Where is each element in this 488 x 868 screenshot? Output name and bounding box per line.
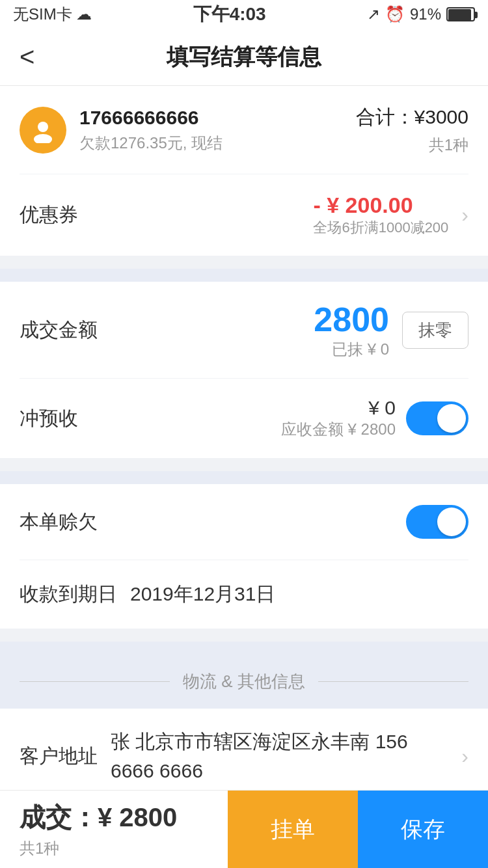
total-count: 共1种: [356, 135, 468, 156]
bottom-count: 共1种: [20, 838, 208, 859]
deal-label: 成交金额: [20, 317, 98, 344]
gray-separator: [0, 269, 488, 282]
advance-amount: ¥ 0: [281, 397, 396, 419]
advance-values: ¥ 0 应收金额 ¥ 2800: [281, 397, 396, 440]
advance-toggle[interactable]: [406, 401, 468, 435]
sim-label: 无SIM卡 ☁: [13, 4, 92, 25]
status-time: 下午4:03: [193, 2, 266, 27]
customer-card: 17666666666 欠款1276.35元, 现结 合计：¥3000 共1种 …: [0, 86, 488, 256]
divider-line-right: [318, 681, 468, 682]
battery-icon: [446, 7, 475, 21]
gray-separator2: [0, 471, 488, 484]
customer-total: 合计：¥3000 共1种: [356, 104, 468, 156]
bottom-deal-amount: ¥ 2800: [98, 803, 177, 832]
toggle-knob: [437, 404, 466, 433]
nav-bar: < 填写结算等信息: [0, 29, 488, 86]
coupon-values: - ¥ 200.00 全场6折满1000减200: [313, 193, 448, 237]
deal-amount: 2800: [314, 300, 389, 339]
status-left: 无SIM卡 ☁: [13, 4, 92, 25]
credit-row: 本单赊欠: [0, 484, 488, 560]
credit-card: 本单赊欠 收款到期日 2019年12月31日: [0, 484, 488, 629]
round-button[interactable]: 抹零: [402, 312, 468, 349]
logistics-divider: 物流 & 其他信息: [0, 655, 488, 709]
bottom-deal: 成交：¥ 2800: [20, 800, 208, 835]
alarm-icon: ⏰: [385, 5, 405, 23]
advance-label: 冲预收: [20, 405, 78, 432]
due-label: 收款到期日: [20, 581, 117, 608]
svg-point-0: [38, 122, 48, 132]
hang-button[interactable]: 挂单: [228, 791, 358, 868]
credit-toggle-knob: [437, 508, 466, 536]
battery-label: 91%: [410, 5, 441, 23]
content: 17666666666 欠款1276.35元, 现结 合计：¥3000 共1种 …: [0, 86, 488, 868]
logistics-label: 物流 & 其他信息: [170, 670, 318, 693]
advance-right: ¥ 0 应收金额 ¥ 2800: [281, 397, 468, 440]
avatar: [20, 107, 66, 154]
customer-row: 17666666666 欠款1276.35元, 现结 合计：¥3000 共1种: [0, 86, 488, 174]
svg-point-1: [34, 134, 52, 143]
chevron-right-icon: ›: [461, 203, 468, 227]
save-button[interactable]: 保存: [358, 791, 488, 868]
bottom-deal-label: 成交：: [20, 803, 98, 832]
total-amount: 合计：¥3000: [356, 104, 468, 131]
customer-info: 17666666666 欠款1276.35元, 现结: [79, 107, 356, 154]
gray-separator3: [0, 642, 488, 655]
status-right: ↗ ⏰ 91%: [367, 5, 475, 23]
deal-amount-group: 2800 已抹 ¥ 0: [314, 300, 389, 360]
coupon-value: - ¥ 200.00: [313, 193, 448, 218]
due-date: 2019年12月31日: [130, 581, 275, 608]
location-icon: ↗: [367, 5, 380, 23]
deal-sub: 已抹 ¥ 0: [314, 339, 389, 360]
customer-phone: 17666666666: [79, 107, 356, 129]
bottom-info: 成交：¥ 2800 共1种: [0, 800, 228, 859]
status-bar: 无SIM卡 ☁ 下午4:03 ↗ ⏰ 91%: [0, 0, 488, 29]
coupon-label: 优惠券: [20, 202, 78, 228]
deal-row: 成交金额 2800 已抹 ¥ 0 抹零: [0, 282, 488, 378]
advance-row: 冲预收 ¥ 0 应收金额 ¥ 2800: [0, 379, 488, 458]
deal-right: 2800 已抹 ¥ 0 抹零: [314, 300, 468, 360]
coupon-right: - ¥ 200.00 全场6折满1000减200 ›: [313, 193, 468, 237]
coupon-row[interactable]: 优惠券 - ¥ 200.00 全场6折满1000减200 ›: [0, 174, 488, 256]
page-title: 填写结算等信息: [167, 42, 321, 72]
address-label: 客户地址: [20, 743, 98, 770]
bottom-bar: 成交：¥ 2800 共1种 挂单 保存: [0, 790, 488, 868]
divider-line-left: [20, 681, 170, 682]
due-date-row: 收款到期日 2019年12月31日: [0, 560, 488, 629]
advance-sub: 应收金额 ¥ 2800: [281, 419, 396, 440]
credit-toggle[interactable]: [406, 505, 468, 539]
address-content: 张 北京市市辖区海淀区永丰南 156 6666 6666: [111, 727, 455, 785]
credit-label: 本单赊欠: [20, 509, 98, 536]
coupon-sub: 全场6折满1000减200: [313, 218, 448, 237]
bottom-buttons: 挂单 保存: [228, 791, 488, 868]
back-button[interactable]: <: [20, 42, 34, 72]
address-chevron-icon: ›: [461, 744, 468, 768]
customer-sub: 欠款1276.35元, 现结: [79, 133, 356, 154]
deal-card: 成交金额 2800 已抹 ¥ 0 抹零 冲预收 ¥ 0 应收金额 ¥ 2800: [0, 282, 488, 458]
